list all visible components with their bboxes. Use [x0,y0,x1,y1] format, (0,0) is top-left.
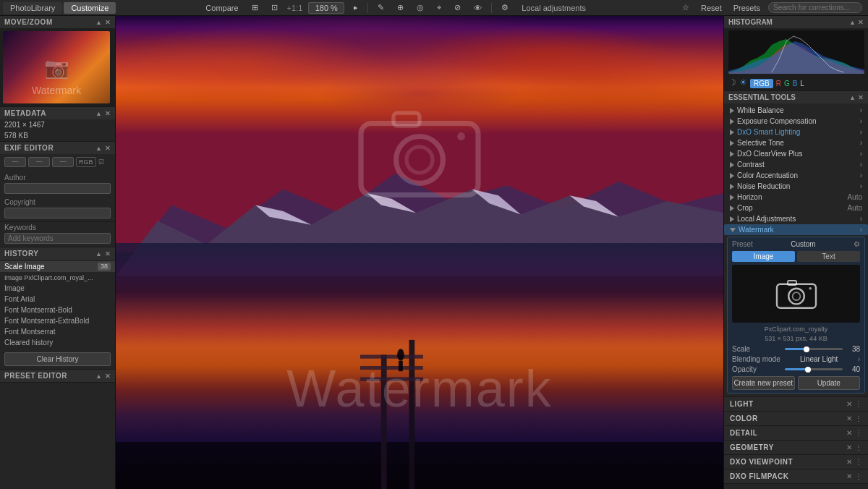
wm-filename: PxClipart.com_royalty [732,326,860,333]
viewpoint-menu-icon[interactable]: ⋮ [855,458,862,466]
light-expand-icon[interactable]: ✕ [846,400,852,408]
history-expand-icon[interactable]: ▲ [95,250,102,258]
detail-menu-icon[interactable]: ⋮ [855,429,862,437]
tab-customize[interactable]: Customize [64,2,116,14]
wm-scale-slider[interactable] [785,348,843,350]
zoom-slider-button[interactable]: ▸ [350,2,362,13]
detail-expand-icon[interactable]: ✕ [846,429,852,437]
history-item-scale[interactable]: Scale Image 38 [0,261,115,272]
sun-icon-btn[interactable]: ☀ [739,77,747,88]
tools-close-icon[interactable]: ✕ [858,94,864,101]
image-size-row: 2201 × 1467 [0,119,115,130]
tool-smart-lighting[interactable]: DxO Smart Lighting › [724,127,868,137]
tool-btn-5[interactable]: ⊘ [451,2,464,13]
tool-btn-1[interactable]: ✎ [374,2,388,13]
hist-expand-icon[interactable]: ▲ [849,19,856,26]
wm-blend-arrow[interactable]: › [858,355,860,363]
tool-color-accentuation[interactable]: Color Accentuation › [724,170,868,181]
settings-icon[interactable]: ⚙ [498,2,512,13]
hist-close-icon[interactable]: ✕ [858,19,864,26]
tool-btn-3[interactable]: ◎ [413,2,427,13]
preset-close-icon[interactable]: ✕ [105,373,111,380]
keywords-input[interactable] [4,233,111,244]
update-button[interactable]: Update [798,376,861,390]
reset-button[interactable]: Reset [697,3,726,13]
history-item-font-montserrat-bold[interactable]: Font Montserrat-Bold [0,305,115,315]
geometry-header[interactable]: GEOMETRY ✕ ⋮ [724,441,868,454]
history-item-cleared[interactable]: Cleared history [0,337,115,348]
copyright-input[interactable] [4,208,111,218]
history-item-font-montserrat-extrabold[interactable]: Font Montserrat-ExtraBold [0,315,115,326]
light-header[interactable]: LIGHT ✕ ⋮ [724,397,868,411]
compare-button[interactable]: Compare [202,3,242,13]
tool-noise-reduction[interactable]: Noise Reduction › [724,181,868,192]
hist-channel-b[interactable]: B [793,80,798,88]
hist-channel-r[interactable]: R [776,80,781,88]
color-menu-icon[interactable]: ⋮ [855,414,862,422]
hist-channel-g[interactable]: G [784,80,790,88]
tab-photo-library[interactable]: PhotoLibrary [3,2,62,14]
metadata-close-icon[interactable]: ✕ [105,110,111,117]
tool-crop[interactable]: Crop Auto [724,203,868,213]
history-item-image[interactable]: Image [0,283,115,294]
expand-icon[interactable]: ▲ [95,19,102,26]
divider [367,3,368,13]
viewpoint-expand-icon[interactable]: ✕ [846,458,852,466]
layout-button[interactable]: ⊡ [268,2,281,13]
geometry-menu-icon[interactable]: ⋮ [855,443,862,451]
viewpoint-section: DXO VIEWPOINT ✕ ⋮ [724,455,868,469]
star-icon[interactable]: ☆ [678,2,693,13]
light-menu-icon[interactable]: ⋮ [855,400,862,408]
center-canvas: Watermark [116,16,723,489]
wm-opacity-value: 40 [846,365,860,373]
tool-local-adjustments[interactable]: Local Adjustments › [724,213,868,224]
exif-close-icon[interactable]: ✕ [105,145,111,152]
hist-channel-l[interactable]: L [800,80,804,88]
filmpack-header[interactable]: DXO FILMPACK ✕ ⋮ [724,469,868,483]
hist-tab-rgb[interactable]: RGB [750,79,773,88]
tool-btn-6[interactable]: 👁 [470,3,485,13]
viewpoint-header[interactable]: DXO VIEWPOINT ✕ ⋮ [724,455,868,469]
view-toggle-button[interactable]: ⊞ [248,2,262,13]
history-close-icon[interactable]: ✕ [105,250,111,258]
create-preset-button[interactable]: Create new preset [732,376,795,390]
detail-header[interactable]: DETAIL ✕ ⋮ [724,426,868,440]
preset-expand-icon[interactable]: ▲ [95,373,102,380]
author-input[interactable] [4,183,111,194]
wm-opacity-slider[interactable] [785,368,843,370]
wm-tab-text[interactable]: Text [797,251,860,262]
filmpack-expand-icon[interactable]: ✕ [846,472,852,480]
tool-btn-2[interactable]: ⊕ [393,2,407,13]
tool-btn-4[interactable]: ⌖ [433,2,445,13]
tool-white-balance[interactable]: White Balance › [724,105,868,116]
search-input[interactable] [768,2,862,13]
color-expand-icon[interactable]: ✕ [846,414,852,422]
exif-check-icon[interactable]: ☑ [98,158,104,166]
history-item-image-file[interactable]: Image PxlClipart.com_royal_... [0,272,115,283]
tool-clearview[interactable]: DxO ClearView Plus › [724,148,868,159]
history-item-font-arial[interactable]: Font Arial [0,294,115,305]
geometry-expand-icon[interactable]: ✕ [846,443,852,451]
filmpack-menu-icon[interactable]: ⋮ [855,472,862,480]
geometry-section: GEOMETRY ✕ ⋮ [724,441,868,455]
keywords-section: Keywords [0,222,115,247]
metadata-expand-icon[interactable]: ▲ [95,110,102,117]
moon-icon-btn[interactable]: ☽ [728,77,736,88]
tool-watermark[interactable]: Watermark › [724,224,868,235]
exif-expand-icon[interactable]: ▲ [95,145,102,152]
tool-contrast[interactable]: Contrast › [724,159,868,170]
wm-tab-image[interactable]: Image [732,251,795,262]
close-icon[interactable]: ✕ [105,19,111,26]
svg-rect-21 [788,281,796,285]
tools-expand-icon[interactable]: ▲ [849,94,856,101]
tool-selective-tone[interactable]: Selective Tone › [724,137,868,148]
history-section: HISTORY ▲ ✕ Scale Image 38 Image PxlClip… [0,247,115,370]
clear-history-button[interactable]: Clear History [4,352,111,366]
tool-exposure[interactable]: Exposure Compensation › [724,116,868,127]
color-header[interactable]: COLOR ✕ ⋮ [724,412,868,425]
history-item-font-montserrat[interactable]: Font Montserrat [0,326,115,337]
tool-horizon[interactable]: Horizon Auto [724,192,868,203]
wm-gear-icon[interactable]: ⚙ [854,240,860,248]
file-size-row: 578 KB [0,130,115,141]
presets-button[interactable]: Presets [730,3,764,13]
